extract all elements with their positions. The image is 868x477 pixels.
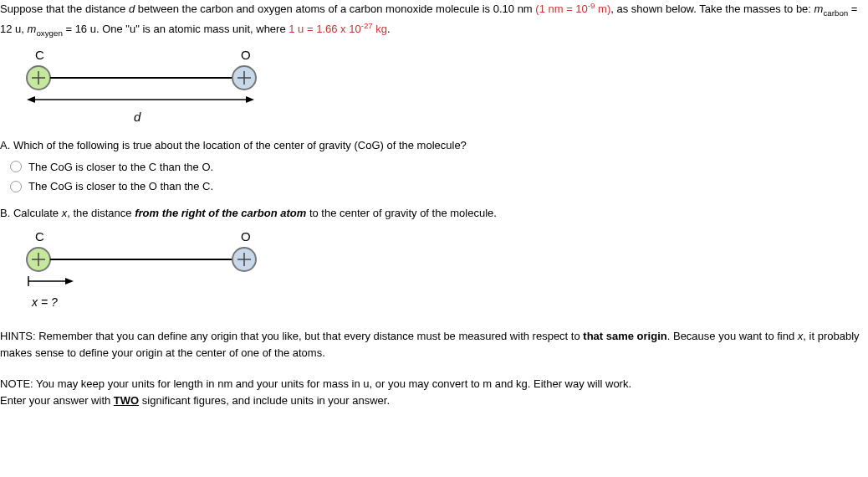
question-a-options: The CoG is closer to the C than the O. T…	[10, 159, 868, 195]
red-nm: (1 nm = 10-9 m)	[535, 3, 610, 15]
red-u: 1 u = 1.66 x 10-27 kg	[288, 23, 387, 35]
option-a1-label: The CoG is closer to the C than the O.	[28, 159, 213, 176]
note-text: NOTE: You may keep your units for length…	[0, 376, 868, 408]
option-a1[interactable]: The CoG is closer to the C than the O.	[10, 159, 868, 176]
label-xeq: x = ?	[31, 295, 58, 309]
intro-p3: , as shown below. Take the masses to be:	[610, 3, 814, 15]
page-root: Suppose that the distance d between the …	[0, 0, 868, 408]
intro-text: Suppose that the distance d between the …	[0, 0, 868, 39]
label-o2: O	[241, 229, 251, 244]
question-b-text: B. Calculate x, the distance from the ri…	[0, 205, 868, 222]
radio-icon[interactable]	[10, 181, 22, 192]
label-d: d	[134, 110, 141, 124]
label-c2: C	[35, 229, 44, 244]
label-o: O	[241, 48, 251, 62]
radio-icon[interactable]	[10, 161, 22, 172]
hints-text: HINTS: Remember that you can define any …	[0, 328, 868, 361]
option-a2[interactable]: The CoG is closer to the O than the C.	[10, 178, 868, 195]
svg-marker-6	[27, 96, 35, 103]
label-c: C	[35, 48, 44, 62]
intro-p2: between the carbon and oxygen atoms of a…	[135, 3, 535, 15]
molecule-diagram-2: C O x = ?	[17, 229, 284, 313]
question-a-text: A. Which of the following is true about …	[0, 137, 868, 154]
option-a2-label: The CoG is closer to the O than the C.	[28, 178, 213, 195]
svg-marker-7	[246, 96, 254, 103]
molecule-diagram-1: C O d	[17, 48, 284, 127]
diagram-2: C O x = ?	[17, 229, 868, 313]
intro-p1: Suppose that the distance	[0, 3, 129, 15]
svg-marker-15	[65, 278, 74, 285]
diagram-1: C O d	[17, 48, 868, 127]
